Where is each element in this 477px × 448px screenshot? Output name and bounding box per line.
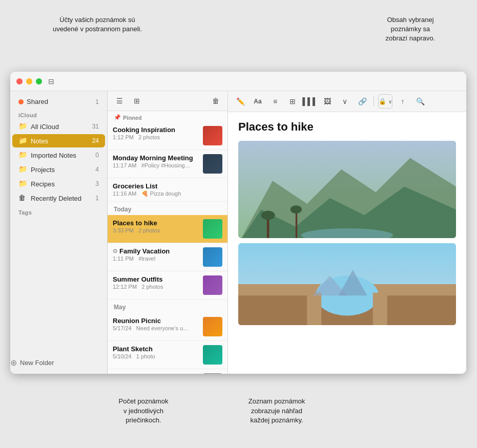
notes-label: Notes: [31, 137, 92, 145]
note-item-vacation-meta: 1:11 PM #travel: [113, 255, 199, 262]
upload-button[interactable]: ↑: [396, 94, 410, 109]
recently-deleted-count: 1: [95, 195, 99, 202]
annotation-bottom-left: Počet poznámok v jednotlivých priečinkoc…: [97, 397, 190, 425]
sidebar-item-all-icloud[interactable]: 📁 All iCloud 31: [12, 120, 105, 133]
list-view-button[interactable]: ☰: [113, 94, 126, 108]
note-item-meeting-text: Monday Morning Meeting 11:17 AM #Policy …: [113, 154, 199, 168]
all-icloud-folder-icon: 📁: [18, 122, 28, 131]
note-item-meeting[interactable]: Monday Morning Meeting 11:17 AM #Policy …: [108, 150, 227, 178]
titlebar: ⊟: [10, 72, 466, 91]
note-item-plant-text: Plant Sketch 5/10/24 1 photo: [113, 345, 199, 359]
note-item-meeting-thumb: [203, 154, 222, 174]
note-item-groceries[interactable]: Groceries List 11:16 AM 🍕 Pizza dough: [108, 178, 227, 202]
svg-point-5: [261, 210, 275, 220]
hike-photo-2: [238, 243, 456, 325]
note-item-groceries-text: Groceries List 11:16 AM 🍕 Pizza dough: [113, 182, 222, 197]
grid-view-button[interactable]: ⊞: [130, 94, 143, 108]
recipes-folder-icon: 📁: [18, 179, 28, 188]
maximize-button[interactable]: [36, 78, 42, 84]
note-item-plant[interactable]: Plant Sketch 5/10/24 1 photo: [108, 341, 227, 369]
note-item-meeting-meta: 11:17 AM #Policy #Housing…: [113, 162, 199, 168]
table-button[interactable]: ⊞: [285, 94, 300, 109]
sidebar-item-projects[interactable]: 📁 Projects 4: [12, 163, 105, 176]
note-detail-toolbar: ✏️ Aa ≡ ⊞ ▌▌▌ 🖼 ∨: [228, 91, 466, 112]
svg-rect-4: [296, 209, 297, 238]
pinned-section-label: 📌 Pinned: [108, 111, 227, 122]
note-item-hiking[interactable]: Places to hike 3:33 PM 2 photos: [108, 215, 227, 243]
recently-deleted-label: Recently Deleted: [31, 195, 95, 202]
note-item-picnic-thumb: [203, 317, 222, 336]
grid-view-icon: ⊞: [134, 97, 140, 105]
note-item-outfits-meta: 12:12 PM 2 photos: [113, 284, 199, 290]
hike-arch-svg: [238, 243, 456, 325]
search-in-note-button[interactable]: 🔍: [413, 94, 427, 109]
delete-note-button[interactable]: 🗑: [209, 94, 222, 108]
note-item-outfits[interactable]: Summer Outfits 12:12 PM 2 photos: [108, 271, 227, 300]
imported-notes-label: Imported Notes: [31, 152, 95, 159]
imported-notes-count: 0: [95, 152, 99, 159]
lock-button[interactable]: 🔒 ∨: [378, 94, 392, 109]
lock-icon: 🔒: [379, 98, 386, 105]
hike-photo-1: [238, 141, 456, 238]
note-item-picnic-meta: 5/17/24 Need everyone's u…: [113, 325, 199, 331]
sidebar-item-imported-notes[interactable]: 📁 Imported Notes 0: [12, 148, 105, 162]
note-item-cooking-text: Cooking Inspiration 1:12 PM 2 photos: [113, 126, 199, 140]
note-item-meeting-title: Monday Morning Meeting: [113, 154, 199, 162]
shared-label: Shared: [27, 98, 95, 105]
note-item-picnic-title: Reunion Picnic: [113, 317, 199, 325]
close-button[interactable]: [16, 78, 23, 84]
annotation-top-right: Obsah vybranej poznámky sa zobrazí napra…: [359, 15, 462, 44]
icloud-section-label: iCloud: [10, 108, 107, 119]
sidebar-toggle-icon[interactable]: ⊟: [48, 77, 56, 86]
new-folder-button[interactable]: ⊕ New Folder: [10, 356, 107, 370]
compose-icon: ✏️: [236, 97, 245, 105]
projects-count: 4: [95, 166, 99, 173]
font-icon: Aa: [254, 98, 261, 105]
list-view-icon: ☰: [116, 97, 123, 105]
more-media-button[interactable]: ∨: [338, 94, 352, 109]
compose-button[interactable]: ✏️: [233, 94, 247, 109]
note-item-snow-text: Snowscape Photography: [113, 373, 199, 374]
sidebar-item-recipes[interactable]: 📁 Recipes 3: [12, 177, 105, 190]
note-item-outfits-thumb: [203, 275, 222, 295]
imported-notes-folder-icon: 📁: [18, 151, 28, 160]
note-item-cooking[interactable]: Cooking Inspiration 1:12 PM 2 photos: [108, 122, 227, 150]
note-item-outfits-text: Summer Outfits 12:12 PM 2 photos: [113, 275, 199, 290]
upload-icon: ↑: [401, 97, 405, 105]
svg-rect-12: [307, 293, 321, 325]
annotation-top-left: Účty vašich poznámok sú uvedené v postra…: [36, 15, 159, 34]
minimize-button[interactable]: [26, 78, 32, 84]
share-note-button[interactable]: 🔗: [355, 94, 369, 109]
annotation-bottom-right: Zoznam poznámok zobrazuje náhľad každej …: [220, 397, 333, 425]
note-item-vacation[interactable]: ⊙ Family Vacation 1:11 PM #travel: [108, 243, 227, 271]
app-window: ⊟ Shared 1 iCloud 📁 All iCloud 31 📁 Note…: [10, 72, 466, 374]
search-icon: 🔍: [416, 97, 425, 105]
svg-point-6: [291, 205, 302, 214]
lock-chevron-icon: ∨: [388, 99, 392, 104]
sidebar-item-shared[interactable]: Shared 1: [12, 96, 105, 108]
note-item-snow[interactable]: Snowscape Photography: [108, 369, 227, 374]
note-item-hiking-title: Places to hike: [113, 219, 199, 227]
media-button[interactable]: 🖼: [320, 94, 335, 109]
share-icon: 🔗: [358, 97, 367, 105]
font-button[interactable]: Aa: [251, 94, 265, 109]
note-item-snow-title: Snowscape Photography: [113, 373, 199, 374]
sidebar-item-notes[interactable]: 📁 Notes 24: [12, 134, 105, 147]
note-image-1: [238, 141, 456, 238]
notes-list-toolbar: ☰ ⊞ 🗑: [108, 91, 227, 111]
audio-button[interactable]: ▌▌▌: [303, 94, 317, 109]
note-item-picnic[interactable]: Reunion Picnic 5/17/24 Need everyone's u…: [108, 313, 227, 341]
new-folder-label: New Folder: [20, 359, 54, 367]
note-item-vacation-thumb: [203, 247, 222, 267]
delete-note-icon: 🗑: [212, 97, 219, 105]
projects-label: Projects: [31, 166, 95, 174]
note-detail-title: Places to hike: [238, 120, 456, 134]
shared-dot-icon: [18, 99, 24, 104]
note-item-cooking-title: Cooking Inspiration: [113, 126, 199, 134]
today-section-label: Today: [108, 202, 227, 215]
media-icon: 🖼: [324, 97, 331, 105]
all-icloud-label: All iCloud: [31, 123, 92, 131]
sidebar-item-recently-deleted[interactable]: 🗑 Recently Deleted 1: [12, 191, 105, 205]
note-item-plant-meta: 5/10/24 1 photo: [113, 353, 199, 359]
checklist-button[interactable]: ≡: [268, 94, 282, 109]
